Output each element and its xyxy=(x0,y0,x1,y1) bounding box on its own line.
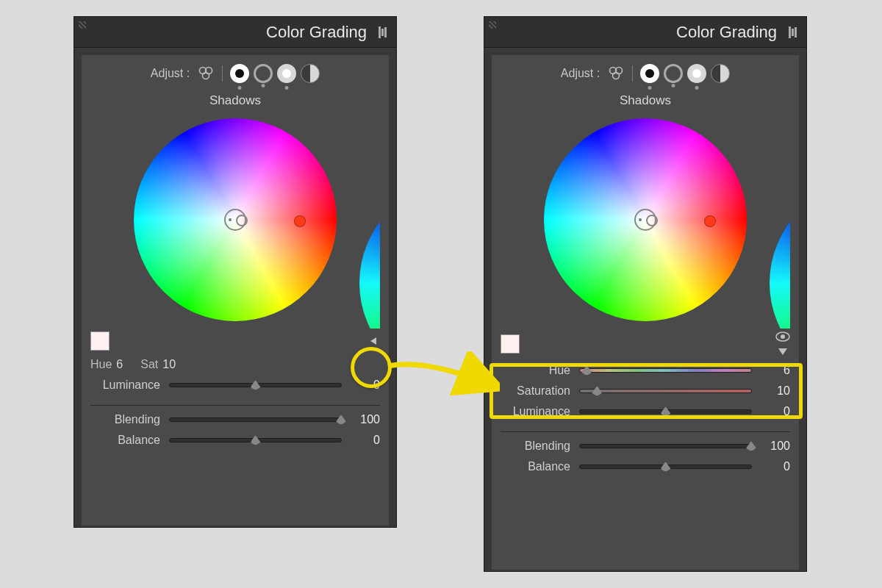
mode-global-icon[interactable] xyxy=(711,64,730,83)
annotation-highlight-box xyxy=(490,363,803,419)
panel-header: Color Grading xyxy=(484,17,806,48)
wheel-center-icon xyxy=(634,209,656,231)
blending-label: Blending xyxy=(501,440,570,453)
adjust-label: Adjust : xyxy=(561,67,600,80)
balance-value[interactable]: 0 xyxy=(761,460,790,473)
adjust-mode-row: Adjust : xyxy=(501,64,790,83)
shadows-color-wheel[interactable] xyxy=(134,118,337,321)
mode-shadows-icon[interactable] xyxy=(640,64,659,83)
hue-value[interactable]: 6 xyxy=(116,358,123,370)
shadows-color-wheel[interactable] xyxy=(544,118,747,321)
wheel-picker-handle[interactable] xyxy=(704,215,716,227)
wheel-center-icon xyxy=(224,209,246,231)
blending-slider-row: Blending 100 xyxy=(501,440,790,453)
panel-title: Color Grading xyxy=(266,23,367,42)
adjust-label: Adjust : xyxy=(151,67,190,80)
wheel-picker-handle[interactable] xyxy=(294,215,306,227)
balance-slider-row: Balance 0 xyxy=(90,434,380,447)
expand-sliders-triangle-icon[interactable] xyxy=(368,335,380,347)
wheel-section-label: Shadows xyxy=(501,93,790,108)
color-wheel-area xyxy=(501,115,790,329)
panel-switch-icon[interactable] xyxy=(377,25,387,40)
adjacent-wheel-peek[interactable] xyxy=(770,182,790,329)
luminance-slider[interactable] xyxy=(169,383,342,387)
annotation-circle xyxy=(351,347,392,388)
svg-point-5 xyxy=(203,73,209,79)
panel-grip-icon[interactable] xyxy=(79,21,86,29)
svg-rect-7 xyxy=(789,26,791,38)
compact-hue-sat-readout: Hue6 Sat10 xyxy=(90,358,380,371)
svg-rect-8 xyxy=(792,29,794,36)
color-swatch[interactable] xyxy=(90,331,110,351)
blending-slider[interactable] xyxy=(579,444,752,448)
balance-label: Balance xyxy=(90,434,160,447)
color-wheel-area xyxy=(90,115,380,329)
panel-grip-icon[interactable] xyxy=(489,21,496,29)
panel-header: Color Grading xyxy=(74,17,396,48)
adjacent-wheel-peek[interactable] xyxy=(359,182,380,329)
sat-label: Sat xyxy=(140,358,158,370)
blending-label: Blending xyxy=(90,413,160,426)
mode-midtones-icon[interactable] xyxy=(254,64,273,83)
mode-global-icon[interactable] xyxy=(301,64,320,83)
balance-slider[interactable] xyxy=(169,438,342,442)
luminance-slider-row: Luminance 0 xyxy=(90,379,380,392)
svg-rect-0 xyxy=(379,26,381,38)
color-grading-panel-expanded: Color Grading Adjust : xyxy=(484,16,807,572)
svg-rect-2 xyxy=(384,27,387,37)
svg-point-14 xyxy=(781,334,785,339)
svg-point-12 xyxy=(613,73,620,79)
adjust-mode-row: Adjust : xyxy=(90,64,380,83)
annotation-arrow-icon xyxy=(382,351,500,410)
luminance-label: Luminance xyxy=(90,379,160,392)
mode-three-way-icon[interactable] xyxy=(607,65,625,82)
mode-highlights-icon[interactable] xyxy=(687,64,706,83)
blending-slider-row: Blending 100 xyxy=(90,413,380,426)
blending-value[interactable]: 100 xyxy=(351,413,380,426)
mode-shadows-icon[interactable] xyxy=(230,64,249,83)
svg-rect-1 xyxy=(381,29,384,36)
wheel-section-label: Shadows xyxy=(90,93,380,108)
hue-label: Hue xyxy=(90,358,112,370)
balance-slider-row: Balance 0 xyxy=(501,460,790,473)
blending-value[interactable]: 100 xyxy=(761,440,790,453)
balance-slider[interactable] xyxy=(579,465,752,469)
color-swatch[interactable] xyxy=(501,334,520,354)
balance-value[interactable]: 0 xyxy=(351,434,380,447)
preview-eye-icon[interactable] xyxy=(775,331,790,342)
svg-marker-15 xyxy=(778,348,787,355)
mode-highlights-icon[interactable] xyxy=(277,64,296,83)
panel-switch-icon[interactable] xyxy=(787,25,797,40)
svg-marker-6 xyxy=(370,337,376,345)
sat-value[interactable]: 10 xyxy=(162,358,176,370)
panel-title: Color Grading xyxy=(676,23,777,42)
collapse-sliders-triangle-icon[interactable] xyxy=(777,346,789,356)
mode-three-way-icon[interactable] xyxy=(197,65,215,82)
blending-slider[interactable] xyxy=(169,417,342,422)
svg-rect-9 xyxy=(795,27,797,37)
color-grading-panel-collapsed: Color Grading Adjust : xyxy=(74,16,397,528)
mode-midtones-icon[interactable] xyxy=(664,64,683,83)
balance-label: Balance xyxy=(501,460,570,473)
